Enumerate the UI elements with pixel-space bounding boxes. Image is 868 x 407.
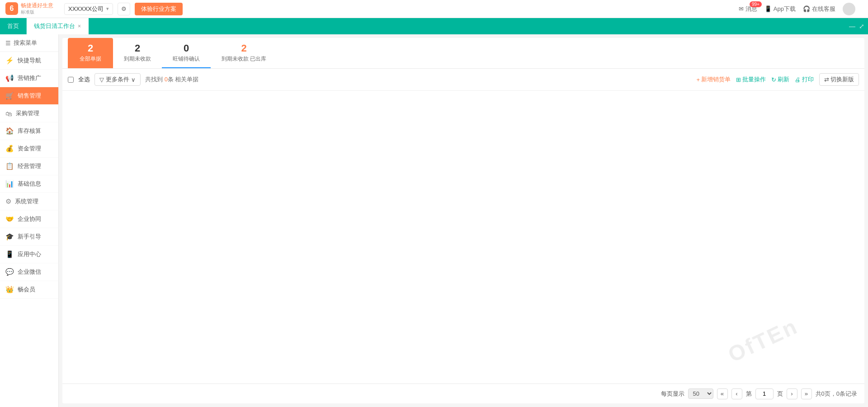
switch-version-button[interactable]: ⇄ 切换新版 xyxy=(819,73,859,86)
sidebar-item-label: 应用中心 xyxy=(18,250,41,258)
cooperation-icon: 🤝 xyxy=(5,215,14,223)
add-icon: + xyxy=(696,76,700,83)
sidebar-item-quick-nav[interactable]: ⚡ 快捷导航 xyxy=(0,52,58,70)
message-button[interactable]: ✉ 消息 99+ xyxy=(739,5,757,13)
app-download-label: App下载 xyxy=(774,5,796,13)
sidebar-item-app-center[interactable]: 📱 应用中心 xyxy=(0,246,58,263)
stats-tabs: 2 全部单据 2 到期未收款 0 旺铺待确认 2 到期未收款 已出库 xyxy=(62,38,864,69)
logo-area: 6 畅捷通好生意 标准版 xyxy=(5,2,64,15)
add-order-button[interactable]: + 新增销货单 xyxy=(696,75,731,84)
basic-info-icon: 📊 xyxy=(5,180,14,188)
purchase-icon: 🛍 xyxy=(5,110,12,117)
header-right: ✉ 消息 99+ 📱 App下载 🎧 在线客服 xyxy=(739,3,863,15)
refresh-button[interactable]: ↻ 刷新 xyxy=(771,75,789,84)
content-inner: 2 全部单据 2 到期未收款 0 旺铺待确认 2 到期未收款 已出库 xyxy=(62,38,864,403)
stat-pending-number: 0 xyxy=(184,42,189,54)
sidebar-item-inventory[interactable]: 🏠 库存核算 xyxy=(0,122,58,140)
first-page-button[interactable]: « xyxy=(717,388,728,399)
service-label: 在线客服 xyxy=(812,5,835,13)
tab-close-icon[interactable]: × xyxy=(78,23,81,29)
service-icon: 🎧 xyxy=(803,5,810,12)
count-number: 0 xyxy=(165,76,168,83)
found-count: 共找到 0条 相关单据 xyxy=(145,75,198,84)
page-size-select[interactable]: 50 10 20 100 xyxy=(688,388,713,399)
sidebar-item-label: 库存核算 xyxy=(18,127,41,135)
toolbar: 全选 ▽ 更多条件 ∨ 共找到 0条 相关单据 + 新增销货单 ⊞ xyxy=(62,69,864,91)
sidebar-item-label: 畅会员 xyxy=(18,285,35,294)
tab-workbench[interactable]: 钱货日清工作台 × xyxy=(27,18,89,34)
refresh-icon: ↻ xyxy=(771,76,776,83)
filter-button[interactable]: ▽ 更多条件 ∨ xyxy=(94,73,141,86)
sidebar-item-label: 企业协同 xyxy=(18,215,41,223)
stat-tab-overdue-shipped[interactable]: 2 到期未收款 已出库 xyxy=(211,38,277,68)
sidebar-item-purchase[interactable]: 🛍 采购管理 xyxy=(0,105,58,122)
logo-sub: 标准版 xyxy=(21,9,53,15)
sidebar-item-basic-info[interactable]: 📊 基础信息 xyxy=(0,175,58,193)
page-input[interactable] xyxy=(755,388,774,399)
company-dropdown-arrow: ▾ xyxy=(106,6,109,12)
inventory-icon: 🏠 xyxy=(5,127,14,135)
search-icon: ☰ xyxy=(5,40,11,47)
gear-icon: ⚙ xyxy=(121,5,127,12)
finance-icon: 💰 xyxy=(5,145,14,153)
select-all-checkbox[interactable] xyxy=(68,77,74,83)
sidebar-item-member[interactable]: 👑 畅会员 xyxy=(0,281,58,299)
last-page-button[interactable]: » xyxy=(801,388,812,399)
sidebar-item-label: 快捷导航 xyxy=(18,56,41,65)
pagination-bar: 每页显示 50 10 20 100 « ‹ 第 页 › » 共0页，0条记录 xyxy=(62,384,864,403)
app-center-icon: 📱 xyxy=(5,250,14,258)
sidebar-search[interactable]: ☰ 搜索菜单 xyxy=(0,34,58,52)
logo-icon: 6 xyxy=(5,2,18,15)
sidebar-item-guide[interactable]: 🎓 新手引导 xyxy=(0,228,58,246)
stat-overdue-label: 到期未收款 xyxy=(124,55,151,63)
stat-tab-all[interactable]: 2 全部单据 xyxy=(68,38,113,68)
sidebar-item-label: 资金管理 xyxy=(18,145,41,153)
member-icon: 👑 xyxy=(5,285,14,294)
switch-icon: ⇄ xyxy=(824,76,829,83)
page-suffix: 页 xyxy=(777,390,783,398)
guide-icon: 🎓 xyxy=(5,233,14,241)
sidebar-item-sales[interactable]: 🛒 销售管理 xyxy=(0,87,58,105)
stat-tab-overdue[interactable]: 2 到期未收款 xyxy=(113,38,162,68)
online-service-button[interactable]: 🎧 在线客服 xyxy=(803,5,835,13)
sidebar-item-marketing[interactable]: 📢 营销推广 xyxy=(0,70,58,87)
sidebar-item-label: 营销推广 xyxy=(18,74,41,82)
next-page-button[interactable]: › xyxy=(787,388,797,399)
wechat-icon: 💬 xyxy=(5,268,14,276)
total-info: 共0页，0条记录 xyxy=(816,390,857,398)
sidebar-item-label: 经营管理 xyxy=(18,162,41,170)
tab-home-label: 首页 xyxy=(7,22,19,30)
sidebar-item-cooperation[interactable]: 🤝 企业协同 xyxy=(0,211,58,228)
page-label: 第 xyxy=(746,390,752,398)
stat-tab-pending[interactable]: 0 旺铺待确认 xyxy=(162,38,211,68)
sidebar-item-operations[interactable]: 📋 经营管理 xyxy=(0,158,58,175)
refresh-label: 刷新 xyxy=(778,75,789,84)
company-selector[interactable]: XXXXXX公司 ▾ xyxy=(64,3,113,15)
add-label: 新增销货单 xyxy=(701,75,731,84)
prev-page-button[interactable]: ‹ xyxy=(731,388,742,399)
sidebar-item-wechat[interactable]: 💬 企业微信 xyxy=(0,263,58,281)
content-area: 2 全部单据 2 到期未收款 0 旺铺待确认 2 到期未收款 已出库 xyxy=(59,34,868,407)
print-icon: 🖨 xyxy=(795,76,801,83)
trial-button[interactable]: 体验行业方案 xyxy=(135,3,183,15)
minimize-icon[interactable]: — xyxy=(849,23,855,30)
print-label: 打印 xyxy=(802,75,814,84)
sidebar: ☰ 搜索菜单 ⚡ 快捷导航 📢 营销推广 🛒 销售管理 🛍 采购管理 🏠 库存核… xyxy=(0,34,59,407)
maximize-icon[interactable]: ⤢ xyxy=(859,23,864,30)
search-label: 搜索菜单 xyxy=(14,39,37,47)
sidebar-item-finance[interactable]: 💰 资金管理 xyxy=(0,140,58,158)
page-size-label: 每页显示 xyxy=(661,390,684,398)
sidebar-item-label: 基础信息 xyxy=(18,180,41,188)
sidebar-item-label: 销售管理 xyxy=(18,92,41,100)
batch-icon: ⊞ xyxy=(736,76,741,83)
company-name: XXXXXX公司 xyxy=(68,5,104,13)
settings-button[interactable]: ⚙ xyxy=(118,3,130,15)
main-layout: ☰ 搜索菜单 ⚡ 快捷导航 📢 营销推广 🛒 销售管理 🛍 采购管理 🏠 库存核… xyxy=(0,34,868,407)
print-button[interactable]: 🖨 打印 xyxy=(795,75,814,84)
batch-label: 批量操作 xyxy=(742,75,766,84)
avatar[interactable] xyxy=(843,3,855,15)
batch-operation-button[interactable]: ⊞ 批量操作 xyxy=(736,75,766,84)
sidebar-item-system[interactable]: ⚙ 系统管理 xyxy=(0,193,58,211)
app-download-button[interactable]: 📱 App下载 xyxy=(764,5,796,13)
tab-home[interactable]: 首页 xyxy=(0,18,27,34)
